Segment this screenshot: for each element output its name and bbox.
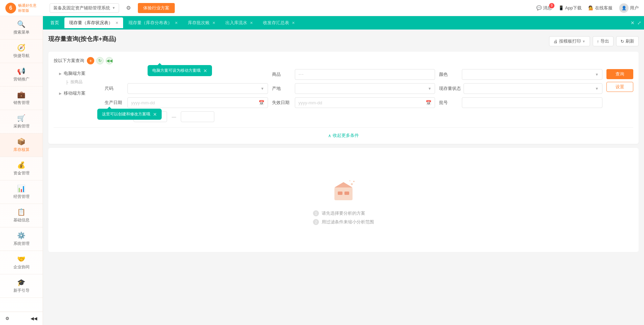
- product-select[interactable]: ···: [295, 69, 435, 80]
- app-download-label: App下载: [565, 5, 582, 11]
- sidebar-item-label: 搜索菜单: [13, 30, 30, 35]
- sidebar-item-purchase[interactable]: 🛒 采购管理: [0, 110, 43, 133]
- tab5-close-icon[interactable]: ✕: [292, 21, 295, 25]
- mfg-date-placeholder: yyyy-mm-dd: [131, 100, 155, 105]
- sidebar-item-system[interactable]: ⚙️ 系统管理: [0, 227, 43, 251]
- tab1-close-icon[interactable]: ✕: [115, 21, 118, 25]
- tab-inventory-dist[interactable]: 现存量（库存分布表） ✕: [124, 17, 182, 28]
- tab-summary[interactable]: 收发存汇总表 ✕: [258, 17, 300, 28]
- mfg-date-input[interactable]: yyyy-mm-dd 📅: [127, 97, 268, 108]
- trial-button[interactable]: 体验行业方案: [138, 3, 175, 13]
- sidebar-item-label: 销售管理: [13, 100, 30, 106]
- guide-icon: 🎓: [17, 278, 25, 286]
- exp-date-input[interactable]: yyyy-mm-dd 📅: [295, 97, 435, 108]
- collapse-label: 收起更多条件: [333, 132, 359, 139]
- phone-icon: 📱: [558, 5, 564, 10]
- navigation-icon: 🧭: [17, 44, 25, 52]
- message-nav[interactable]: 💬 消息 9: [536, 5, 552, 11]
- size-select[interactable]: ▼: [127, 83, 268, 94]
- tab-in-out-flow[interactable]: 出入库流水 ✕: [221, 17, 258, 28]
- filter-panel: 电脑方案可设为移动方案哦 ✕ 这里可以创建和修改方案哦 ✕ 按以下方案查询 + …: [48, 52, 639, 144]
- tree-item-label: 电脑端方案: [64, 70, 86, 76]
- collapse-sidebar-icon[interactable]: ◀◀: [31, 316, 37, 321]
- filter-rows-area: 商品 ··· 颜色 ▼: [105, 69, 602, 124]
- exp-date-placeholder: yyyy-mm-dd: [299, 100, 322, 105]
- stock-status-chevron-icon: ▼: [595, 87, 599, 91]
- sidebar-item-basic-info[interactable]: 📋 基础信息: [0, 204, 43, 227]
- print-button[interactable]: 🖨 按模板打印 ▼: [549, 36, 590, 46]
- edit-popup-close[interactable]: ✕: [153, 112, 157, 117]
- refresh-scheme-button[interactable]: ↻: [96, 57, 104, 64]
- filter-item-color: 颜色 ▼: [439, 69, 602, 80]
- tab-maximize-icon[interactable]: ⤢: [637, 20, 641, 25]
- sidebar-item-enterprise[interactable]: 🤝 企业协同: [0, 251, 43, 274]
- sidebar: 🔍 搜索菜单 🧭 快捷导航 📢 营销推广 💼 销售管理 🛒 采购管理 📦 库存核…: [0, 16, 43, 325]
- logo-icon: 6: [5, 3, 16, 13]
- tree-item-desktop[interactable]: ▶ 电脑端方案: [56, 69, 101, 78]
- origin-label: 产地: [272, 86, 292, 92]
- sidebar-item-guide[interactable]: 🎓 新手引导: [0, 274, 43, 298]
- system-selector[interactable]: 装备及固定资产辅助管理系统 ▼: [50, 3, 119, 13]
- edit-popup-text: 这里可以创建和修改方案哦: [102, 111, 150, 117]
- sidebar-item-operations[interactable]: 📊 经营管理: [0, 180, 43, 204]
- step-1-badge: 1: [313, 210, 319, 216]
- sidebar-item-marketing[interactable]: 📢 营销推广: [0, 63, 43, 87]
- search-reset-area: 查询 设置: [606, 69, 633, 124]
- sidebar-item-search[interactable]: 🔍 搜索菜单: [0, 16, 43, 40]
- sidebar-item-sales[interactable]: 💼 销售管理: [0, 87, 43, 110]
- back-scheme-button[interactable]: ◀◀: [106, 57, 113, 64]
- tree-sub-label: 按商品: [70, 79, 83, 85]
- reset-button[interactable]: 设置: [606, 82, 633, 92]
- collapse-button[interactable]: ∧ 收起更多条件: [328, 132, 359, 139]
- origin-select[interactable]: ▼: [295, 83, 435, 94]
- filter-item-product: 商品 ···: [272, 69, 435, 80]
- tree-arrow-mobile-icon: ▶: [59, 92, 62, 95]
- svg-point-5: [353, 181, 355, 182]
- tab-home[interactable]: 首页: [46, 17, 64, 28]
- tree-item-mobile[interactable]: ▶ 移动端方案: [56, 89, 101, 98]
- app-download-nav[interactable]: 📱 App下载: [558, 5, 582, 11]
- export-button[interactable]: ↑ 导出: [593, 36, 614, 46]
- online-support-nav[interactable]: 💁 在线客服: [588, 5, 612, 11]
- tab-inventory-status[interactable]: 现存量（库存状况表） ✕: [64, 17, 123, 28]
- scheme-popup-close[interactable]: ✕: [203, 68, 207, 73]
- system-name: 装备及固定资产辅助管理系统: [53, 5, 110, 11]
- color-select[interactable]: ▼: [462, 69, 602, 80]
- refresh-button[interactable]: ↻ 刷新: [616, 36, 639, 46]
- empty-text: 1 请先选择要分析的方案 2 用过滤条件来缩小分析范围: [313, 210, 374, 225]
- settings-button[interactable]: ⚙: [123, 3, 134, 13]
- user-nav[interactable]: 👤 用户: [619, 3, 639, 13]
- results-area: 1 请先选择要分析的方案 2 用过滤条件来缩小分析范围: [48, 148, 639, 252]
- tab3-close-icon[interactable]: ✕: [212, 21, 215, 25]
- filter-label: 按以下方案查询: [54, 58, 84, 64]
- tab-batch-account[interactable]: 库存批次账 ✕: [183, 17, 220, 28]
- sidebar-item-nav[interactable]: 🧭 快捷导航: [0, 40, 43, 63]
- sales-icon: 💼: [17, 91, 25, 99]
- tree-sub-warehouse[interactable]: ├ 按商品: [63, 78, 101, 86]
- settings-bottom-icon[interactable]: ⚙: [5, 316, 9, 321]
- batch-input[interactable]: [462, 97, 602, 108]
- sidebar-item-inventory[interactable]: 📦 库存核算: [0, 133, 43, 157]
- filter-item-batch: 批号: [439, 97, 602, 108]
- exp-calendar-icon: 📅: [426, 100, 431, 105]
- chevron-up-icon: ∧: [328, 133, 331, 138]
- stock-main-to-input[interactable]: [181, 111, 214, 122]
- enterprise-icon: 🤝: [17, 255, 25, 263]
- tab5-label: 收发存汇总表: [263, 20, 289, 26]
- top-bar: 6 畅通好生意 标签版 装备及固定资产辅助管理系统 ▼ ⚙ 体验行业方案 💬 消…: [0, 0, 644, 16]
- filter-row-2: 尺码 ▼ 产地 ▼: [105, 83, 602, 94]
- sidebar-item-finance[interactable]: 💰 资金管理: [0, 157, 43, 180]
- sidebar-item-label: 库存核算: [13, 147, 30, 153]
- search-button[interactable]: 查询: [606, 69, 633, 79]
- top-right: 💬 消息 9 📱 App下载 💁 在线客服 👤 用户: [536, 3, 639, 13]
- edit-popup: 这里可以创建和修改方案哦 ✕: [97, 109, 162, 120]
- tab2-close-icon[interactable]: ✕: [175, 21, 178, 25]
- empty-text-item-2: 2 用过滤条件来缩小分析范围: [313, 219, 374, 225]
- stock-status-select[interactable]: ▼: [464, 83, 602, 94]
- tab4-close-icon[interactable]: ✕: [250, 21, 253, 25]
- filter-item-stock-status: 现存量状态 ▼: [439, 83, 602, 94]
- filter-item-exp-date: 失效日期 yyyy-mm-dd 📅: [272, 97, 435, 108]
- add-scheme-button[interactable]: +: [87, 57, 94, 64]
- sidebar-item-label: 新手引导: [13, 288, 30, 293]
- tab-close-all-icon[interactable]: ✕: [631, 20, 635, 25]
